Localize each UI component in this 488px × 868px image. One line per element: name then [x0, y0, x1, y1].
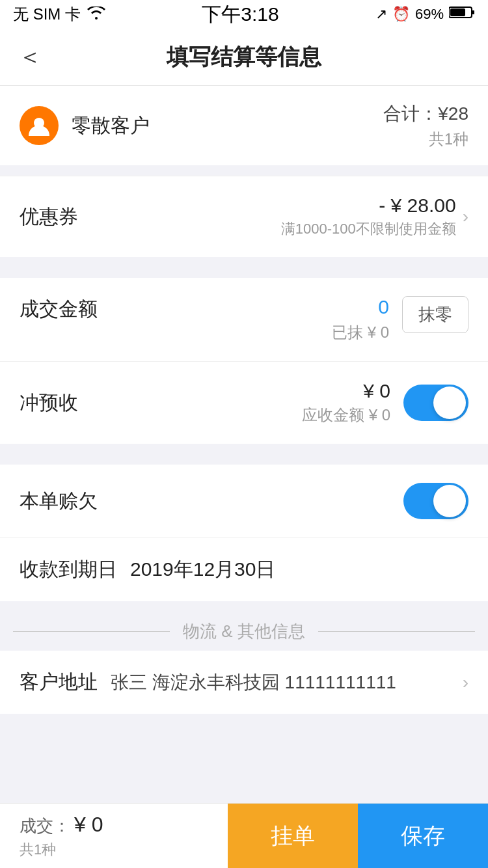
debt-label: 本单赊欠	[20, 488, 98, 515]
save-button[interactable]: 保存	[358, 804, 488, 868]
transaction-values: 0 已抹 ¥ 0	[332, 296, 389, 343]
bottom-bar: 成交： ¥ 0 共1种 挂单 保存	[0, 803, 488, 868]
page-title: 填写结算等信息	[167, 42, 321, 72]
transaction-amount-row: 成交金额 0 已抹 ¥ 0 抹零	[0, 278, 488, 362]
wifi-icon	[87, 5, 105, 23]
address-label: 客户地址	[20, 669, 98, 696]
transaction-amount-right: 0 已抹 ¥ 0 抹零	[332, 296, 468, 343]
bottom-count: 共1种	[20, 840, 208, 860]
debt-row: 本单赊欠	[0, 465, 488, 537]
debt-toggle-circle	[433, 485, 466, 517]
round-off-button[interactable]: 抹零	[402, 296, 468, 333]
transaction-amount-label: 成交金额	[20, 296, 98, 323]
hang-order-button[interactable]: 挂单	[228, 804, 358, 868]
debt-section: 本单赊欠 收款到期日 2019年12月30日	[0, 465, 488, 601]
svg-rect-2	[450, 8, 465, 16]
prepay-text: ¥ 0 应收金额 ¥ 0	[302, 380, 390, 426]
prepay-toggle[interactable]	[403, 385, 468, 421]
time-text: 下午3:18	[202, 1, 278, 28]
coupon-row[interactable]: 优惠券 - ¥ 28.00 满1000-100不限制使用金额 ›	[0, 176, 488, 257]
bottom-deal-amount: ¥ 0	[74, 813, 103, 837]
coupon-section[interactable]: 优惠券 - ¥ 28.00 满1000-100不限制使用金额 ›	[0, 176, 488, 257]
prepay-label: 冲预收	[20, 390, 78, 416]
address-chevron-icon: ›	[463, 672, 468, 693]
coupon-right: - ¥ 28.00 满1000-100不限制使用金额 ›	[281, 195, 468, 239]
battery-text: 69%	[415, 6, 444, 23]
address-value: 张三 海淀永丰科技园 11111111111	[111, 670, 463, 695]
avatar	[20, 106, 59, 145]
bottom-info: 成交： ¥ 0 共1种	[0, 804, 228, 868]
address-section[interactable]: 客户地址 张三 海淀永丰科技园 11111111111 ›	[0, 651, 488, 714]
customer-left: 零散客户	[20, 106, 150, 145]
customer-right: 合计：¥28 共1种	[383, 102, 468, 150]
prepay-right: ¥ 0 应收金额 ¥ 0	[302, 380, 468, 426]
transaction-amount-sub: 已抹 ¥ 0	[332, 322, 389, 343]
logistics-divider: 物流 & 其他信息	[0, 612, 488, 651]
status-bar: 无 SIM 卡 下午3:18 ↗ ⏰ 69%	[0, 0, 488, 29]
toggle-circle	[433, 387, 466, 419]
divider-2	[0, 454, 488, 465]
due-date-value: 2019年12月30日	[130, 556, 275, 583]
customer-total: 合计：¥28	[383, 102, 468, 126]
nav-bar: ＜ 填写结算等信息	[0, 29, 488, 86]
back-button[interactable]: ＜	[18, 41, 42, 73]
battery-icon	[449, 6, 475, 23]
coupon-label: 优惠券	[20, 204, 78, 230]
coupon-description: 满1000-100不限制使用金额	[281, 219, 456, 239]
alarm-icon: ⏰	[392, 6, 410, 23]
coupon-values: - ¥ 28.00 满1000-100不限制使用金额	[281, 195, 456, 239]
due-date-row: 收款到期日 2019年12月30日	[0, 537, 488, 601]
due-date-label: 收款到期日	[20, 556, 117, 583]
prepay-row: 冲预收 ¥ 0 应收金额 ¥ 0	[0, 362, 488, 444]
status-left: 无 SIM 卡	[13, 4, 105, 25]
divider-1	[0, 267, 488, 278]
coupon-amount: - ¥ 28.00	[379, 195, 455, 217]
customer-row: 零散客户 合计：¥28 共1种	[0, 86, 488, 165]
carrier-text: 无 SIM 卡	[13, 4, 81, 25]
bottom-deal-label: 成交：	[20, 815, 70, 837]
prepay-sub: 应收金额 ¥ 0	[302, 405, 390, 426]
logistics-label: 物流 & 其他信息	[183, 620, 305, 643]
address-row[interactable]: 客户地址 张三 海淀永丰科技园 11111111111 ›	[0, 651, 488, 714]
status-right: ↗ ⏰ 69%	[375, 6, 475, 23]
debt-toggle[interactable]	[403, 483, 468, 519]
transaction-section: 成交金额 0 已抹 ¥ 0 抹零 冲预收 ¥ 0 应收金额 ¥ 0	[0, 278, 488, 444]
transaction-amount-value: 0	[332, 296, 389, 318]
location-icon: ↗	[375, 6, 387, 23]
prepay-amount: ¥ 0	[302, 380, 390, 402]
customer-name: 零散客户	[72, 113, 150, 139]
customer-section: 零散客户 合计：¥28 共1种	[0, 86, 488, 165]
svg-rect-1	[472, 10, 474, 14]
customer-count: 共1种	[383, 129, 468, 150]
chevron-right-icon: ›	[463, 206, 468, 227]
bottom-deal-row: 成交： ¥ 0	[20, 813, 208, 837]
